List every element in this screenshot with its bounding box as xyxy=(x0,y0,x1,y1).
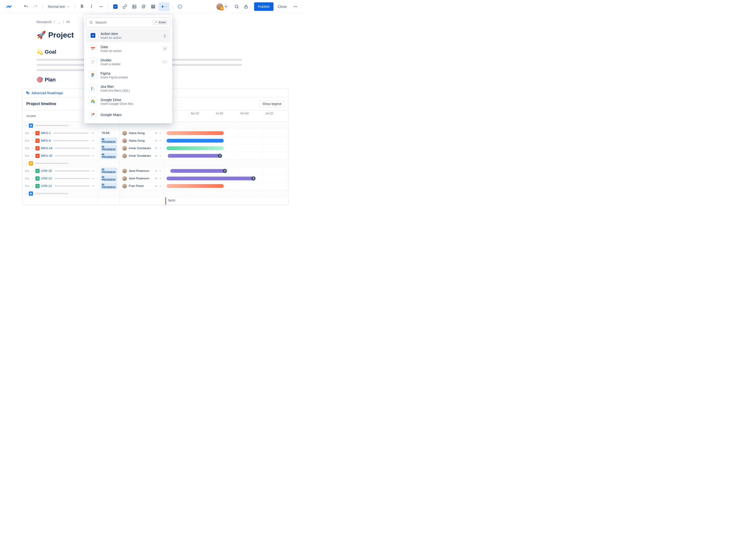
issue-key[interactable]: MKG-4 xyxy=(41,139,51,142)
issue-key[interactable]: MKG-1 xyxy=(41,131,51,135)
row-actions[interactable]: ⋯ xyxy=(91,184,96,188)
clear-assignee[interactable] xyxy=(155,131,158,135)
insert-button[interactable] xyxy=(158,2,170,11)
issue-key[interactable]: MKG-14 xyxy=(41,146,52,150)
assignee-name: Amar Sundaram xyxy=(129,146,155,150)
publish-button[interactable]: Publish xyxy=(254,2,273,11)
timeline-bar[interactable] xyxy=(167,184,224,188)
link-button[interactable] xyxy=(121,2,129,11)
breadcrumb-current[interactable]: Pr xyxy=(67,20,70,24)
row-actions[interactable]: ⋯ xyxy=(91,131,96,135)
assignee-avatar[interactable] xyxy=(122,138,127,143)
status-badge[interactable]: IN PROGRESS xyxy=(101,175,117,182)
insert-item-gmaps[interactable]: Google Maps xyxy=(86,108,170,121)
row-actions[interactable]: ⋯ xyxy=(91,154,96,157)
action-item-button[interactable] xyxy=(111,2,120,11)
timeline-bar[interactable]: ← xyxy=(167,139,224,142)
insert-item-desc: Insert Figma embed xyxy=(101,75,128,79)
row-actions[interactable]: ⋯ xyxy=(91,139,96,142)
assignee-avatar[interactable] xyxy=(122,176,127,181)
clear-assignee[interactable] xyxy=(155,147,158,150)
insert-item-date[interactable]: Date Insert an action // xyxy=(86,42,170,55)
status-badge[interactable]: IN PROGRESS xyxy=(101,168,117,174)
assignee-avatar[interactable] xyxy=(122,184,127,188)
roadmap-item-row[interactable]: 1 MKG-4 ⋯ xyxy=(23,137,98,144)
roadmap-group-row[interactable] xyxy=(23,159,98,167)
issue-key[interactable]: UXD-12 xyxy=(41,176,52,180)
timeline-bar[interactable]: ← xyxy=(167,146,224,150)
confluence-logo[interactable] xyxy=(5,2,13,11)
timeline-month: Apr Q2 xyxy=(189,110,214,121)
italic-button[interactable]: I xyxy=(87,2,96,11)
more-actions-button[interactable] xyxy=(291,2,299,11)
clear-assignee[interactable] xyxy=(155,154,158,157)
ai-button[interactable] xyxy=(176,2,184,11)
svg-rect-31 xyxy=(92,90,95,90)
row-actions[interactable]: ⋯ xyxy=(91,169,96,172)
insert-item-action[interactable]: Action item Insert an action [] xyxy=(86,29,170,42)
insert-item-figma[interactable]: Figma Insert Figma embed xyxy=(86,68,170,82)
clear-assignee[interactable] xyxy=(155,169,158,172)
timeline-bar[interactable]: ← 2 xyxy=(167,176,253,180)
timeline-bar[interactable]: ← 2 xyxy=(170,169,225,173)
status-badge[interactable]: IN PROGRESS xyxy=(101,183,117,189)
insert-shortcut: [] xyxy=(162,33,168,38)
text-style-dropdown[interactable]: Normal text xyxy=(46,2,72,11)
roadmap-item-row[interactable]: 1 UXD-12 ⋯ xyxy=(23,175,98,182)
assignee-dropdown[interactable] xyxy=(159,169,162,172)
assignee-avatar[interactable] xyxy=(122,131,127,135)
roadmap-item-row[interactable]: 1 MKG-32 ⋯ xyxy=(23,152,98,159)
issue-type-icon xyxy=(35,131,40,135)
undo-button[interactable] xyxy=(22,2,30,11)
clear-assignee[interactable] xyxy=(155,184,158,188)
close-button[interactable]: Close xyxy=(274,2,290,11)
insert-item-gdrive[interactable]: Google Drive Insert Google Drive files xyxy=(86,95,170,108)
assignee-avatar[interactable] xyxy=(122,168,127,173)
status-badge[interactable]: TO DO xyxy=(101,131,111,135)
roadmap-item-row[interactable]: 1 UXD-15 ⋯ xyxy=(23,167,98,175)
assignee-dropdown[interactable] xyxy=(159,184,162,187)
issue-key[interactable]: MKG-32 xyxy=(41,154,52,157)
chevron-down-icon xyxy=(67,5,70,8)
chevron-right-icon xyxy=(31,155,34,157)
assignee-dropdown[interactable] xyxy=(159,132,162,134)
insert-search-field[interactable]: Enter xyxy=(86,17,170,27)
insert-search-input[interactable] xyxy=(95,20,152,25)
timeline-bar[interactable] xyxy=(167,131,224,135)
clear-assignee[interactable] xyxy=(155,139,158,142)
clear-assignee[interactable] xyxy=(155,177,158,180)
restrictions-button[interactable] xyxy=(242,2,250,11)
show-legend-button[interactable]: Show legend xyxy=(259,100,285,107)
bold-button[interactable]: B xyxy=(78,2,86,11)
image-button[interactable] xyxy=(130,2,139,11)
mention-button[interactable]: @ xyxy=(139,2,148,11)
search-button[interactable] xyxy=(232,2,241,11)
roadmap-item-row[interactable]: 1 MKG-1 ⋯ xyxy=(23,129,98,137)
issue-key[interactable]: UXD-12 xyxy=(41,184,52,188)
issue-key[interactable]: UXD-15 xyxy=(41,169,52,172)
assignee-avatar[interactable] xyxy=(122,146,127,151)
assignee-dropdown[interactable] xyxy=(159,154,162,157)
breadcrumb-ellipsis[interactable]: … xyxy=(57,20,61,24)
assignee-dropdown[interactable] xyxy=(159,139,162,142)
more-formatting-button[interactable] xyxy=(97,2,105,11)
roadmap-item-row[interactable]: 1 UXD-12 ⋯ xyxy=(23,182,98,190)
row-actions[interactable]: ⋯ xyxy=(91,146,96,150)
roadmap-group-row[interactable] xyxy=(23,190,98,197)
roadmap-item-row[interactable]: 1 MKG-14 ⋯ xyxy=(23,144,98,152)
table-button[interactable] xyxy=(149,2,157,11)
redo-button[interactable] xyxy=(31,2,40,11)
insert-item-jira[interactable]: Jira filter Insert jira filters (JQL) xyxy=(86,82,170,95)
breadcrumb-root[interactable]: Research xyxy=(37,20,52,24)
row-actions[interactable]: ⋯ xyxy=(91,176,96,180)
arrow-left-icon: ← xyxy=(172,169,174,172)
status-badge[interactable]: IN PROGRESS xyxy=(101,145,117,151)
status-badge[interactable]: IN PROGRESS xyxy=(101,152,117,159)
timeline-bar[interactable]: ← 2 xyxy=(168,154,220,158)
status-badge[interactable]: IN PROGRESS xyxy=(101,137,117,144)
assignee-dropdown[interactable] xyxy=(159,147,162,150)
insert-item-divider[interactable]: Divider Insert a divider -- xyxy=(86,55,170,68)
assignee-dropdown[interactable] xyxy=(159,177,162,180)
avatar[interactable]: G xyxy=(216,3,223,10)
assignee-avatar[interactable] xyxy=(122,153,127,158)
